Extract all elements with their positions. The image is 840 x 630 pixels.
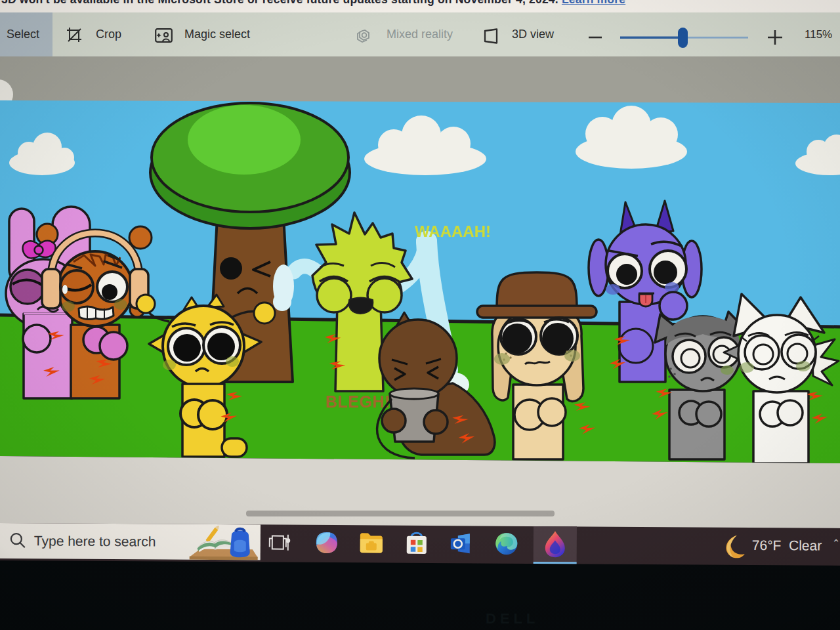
svg-text:BLEGH!: BLEGH! <box>326 392 390 411</box>
svg-text:WAAAAH!: WAAAAH! <box>415 222 491 240</box>
